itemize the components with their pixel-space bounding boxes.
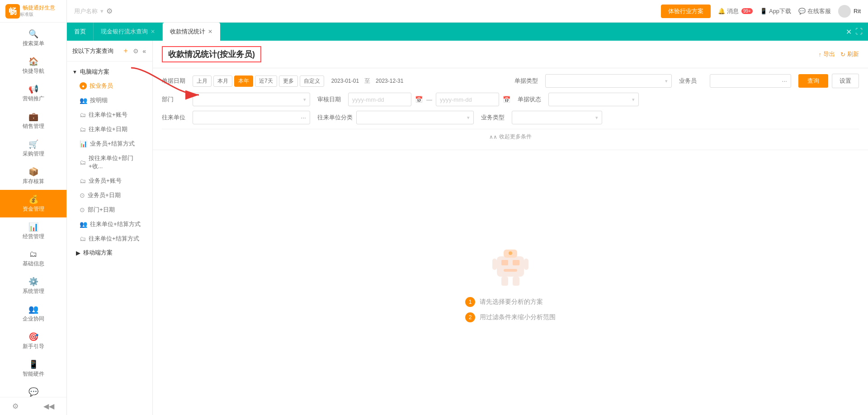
- page-header-actions: ↑ 导出 ↻ 刷新: [819, 50, 859, 58]
- sidebar-item-label-finance: 资金管理: [23, 205, 44, 213]
- preset-more[interactable]: 更多: [279, 75, 298, 87]
- tab-home[interactable]: 首页: [67, 23, 94, 41]
- topbar-breadcrumb: 用户名称: [74, 7, 98, 15]
- mobile-group-header[interactable]: ▶ 移动端方案: [67, 246, 152, 259]
- calendar-icon-start[interactable]: 📅: [415, 96, 423, 103]
- solution-item-dept-date[interactable]: ⊙ 部门+日期: [67, 203, 152, 217]
- sidebar-item-marketing[interactable]: 📢 营销推广: [0, 80, 66, 107]
- partner-filter: 往来单位 ···: [162, 111, 310, 124]
- sidebar-item-sales[interactable]: 💼 销售管理: [0, 107, 66, 135]
- query-button[interactable]: 查询: [798, 74, 828, 88]
- refresh-button[interactable]: ↻ 刷新: [840, 50, 859, 58]
- trial-button[interactable]: 体验行业方案: [661, 5, 711, 18]
- partner-category-select[interactable]: ▾: [356, 111, 474, 124]
- partner-date-label: 往来单位+日期: [89, 125, 127, 133]
- messages-button[interactable]: 🔔 消息 99+: [718, 7, 753, 15]
- tab-receipt-stats-label: 收款情况统计: [170, 28, 205, 36]
- calendar-icon-end[interactable]: 📅: [503, 96, 510, 103]
- settings-bottom-icon[interactable]: ⚙: [12, 402, 19, 410]
- doc-type-label: 单据类型: [514, 77, 542, 85]
- partner-dept-label: 按往来单位+部门+收...: [89, 154, 147, 170]
- online-service-button[interactable]: 💬 在线客服: [798, 7, 831, 15]
- manage-solution-button[interactable]: ⚙: [132, 47, 140, 56]
- setting-button[interactable]: 设置: [832, 74, 859, 88]
- sidebar-item-finance[interactable]: 💰 资金管理: [0, 190, 66, 217]
- tab-close-all-icon[interactable]: ✕: [846, 28, 852, 36]
- tab-bank-flow-close[interactable]: ✕: [151, 28, 155, 35]
- partner-dept-icon: 🗂: [80, 159, 86, 166]
- solution-item-by-detail[interactable]: 👥 按明细: [67, 93, 152, 108]
- review-date-start[interactable]: yyyy-mm-dd: [348, 93, 411, 106]
- preset-7days[interactable]: 近7天: [255, 75, 277, 87]
- sidebar-item-guide[interactable]: 🎯 新手引导: [0, 327, 66, 355]
- sidebar-item-purchase[interactable]: 🛒 采购管理: [0, 135, 66, 162]
- solution-item-partner-date[interactable]: 🗂 往来单位+日期: [67, 122, 152, 137]
- empty-step-1: 1 请先选择要分析的方案: [465, 297, 556, 307]
- filter-row-2: 部门 ▾ 审核日期 yyyy-mm-dd 📅 —: [162, 93, 859, 106]
- salesperson-select[interactable]: ···: [710, 74, 791, 88]
- solution-item-partner-settle2[interactable]: 👥 往来单位+结算方式: [67, 217, 152, 231]
- solution-item-partner-account[interactable]: 🗂 往来单位+账号: [67, 108, 152, 122]
- tab-bank-flow[interactable]: 现金银行流水查询 ✕: [94, 23, 163, 41]
- step-2-text: 用过滤条件来缩小分析范围: [480, 313, 556, 321]
- sidebar-item-basic-info[interactable]: 🗂 基础信息: [0, 245, 66, 272]
- salesperson-account-icon: 🗂: [80, 177, 86, 184]
- add-solution-button[interactable]: ＋: [121, 45, 130, 57]
- collapse-sidebar-icon[interactable]: ◀◀: [43, 402, 54, 410]
- pc-solution-group: ▼ 电脑端方案 ● 按业务员 👥 按明细 🗂 往来单位+账号: [67, 65, 152, 246]
- solution-item-salesperson-settle[interactable]: 📊 业务员+结算方式: [67, 137, 152, 151]
- date-filter-item: 单据日期 上月 本月 本年 近7天 更多 自定义: [162, 75, 324, 87]
- collapse-panel-button[interactable]: «: [142, 47, 147, 56]
- business-type-select[interactable]: ▾: [512, 111, 602, 124]
- detail-solution-icon: 👥: [80, 97, 87, 104]
- left-panel-content: ▼ 电脑端方案 ● 按业务员 👥 按明细 🗂 往来单位+账号: [67, 61, 152, 415]
- doc-type-select[interactable]: ▾: [545, 74, 672, 88]
- sidebar-item-operation[interactable]: 📊 经营管理: [0, 217, 66, 245]
- tab-receipt-stats-close[interactable]: ✕: [208, 28, 212, 35]
- preset-this-month[interactable]: 本月: [213, 75, 232, 87]
- sidebar-item-quick-nav[interactable]: 🏠 快捷导航: [0, 52, 66, 80]
- sidebar-item-label-sales: 销售管理: [23, 123, 44, 130]
- logo-app-name: 畅捷通好生意: [23, 5, 55, 11]
- solution-item-by-salesperson[interactable]: ● 按业务员: [67, 79, 152, 93]
- sidebar-item-smart-hw[interactable]: 📱 智能硬件: [0, 355, 66, 382]
- tab-receipt-stats[interactable]: 收款情况统计 ✕: [163, 23, 220, 41]
- wechat-icon: 💬: [28, 387, 38, 397]
- sidebar-item-search-menu[interactable]: 🔍 搜索菜单: [0, 24, 66, 52]
- sidebar-item-system[interactable]: ⚙️ 系统管理: [0, 272, 66, 300]
- doc-status-select[interactable]: ▾: [548, 93, 639, 106]
- app-download-label: App下载: [769, 7, 791, 15]
- sidebar-item-inventory[interactable]: 📦 库存核算: [0, 162, 66, 190]
- app-download-button[interactable]: 📱 App下载: [760, 7, 791, 15]
- logo-area: 畅 畅捷通好生意 标准版: [0, 0, 66, 23]
- business-type-chevron: ▾: [595, 115, 598, 121]
- logo-text-block: 畅捷通好生意 标准版: [20, 5, 55, 17]
- date-range-end-text: 2023-12-31: [376, 78, 403, 84]
- partner-more-icon[interactable]: ···: [301, 114, 306, 121]
- salesperson-more-icon[interactable]: ···: [782, 77, 787, 85]
- user-profile[interactable]: Rit: [838, 5, 861, 18]
- preset-this-year[interactable]: 本年: [234, 75, 253, 87]
- solution-item-salesperson-account[interactable]: 🗂 业务员+账号: [67, 174, 152, 188]
- export-button[interactable]: ↑ 导出: [819, 50, 835, 58]
- user-avatar: [838, 5, 851, 18]
- sidebar-item-enterprise[interactable]: 👥 企业协同: [0, 300, 66, 327]
- dept-select[interactable]: ▾: [193, 93, 310, 106]
- preset-custom[interactable]: 自定义: [300, 75, 324, 87]
- left-panel-actions: ＋ ⚙ «: [121, 45, 147, 57]
- solution-item-salesperson-date[interactable]: ⊙ 业务员+日期: [67, 188, 152, 203]
- salesperson-settle-icon: 📊: [80, 140, 87, 147]
- topbar-gear-icon[interactable]: ⚙: [106, 7, 113, 15]
- sidebar-bottom: ⚙ ◀◀: [0, 397, 66, 415]
- review-date-end[interactable]: yyyy-mm-dd: [436, 93, 499, 106]
- sidebar-item-wechat[interactable]: 💬 企业微信: [0, 382, 66, 397]
- system-icon: ⚙️: [28, 277, 38, 287]
- refresh-label: 刷新: [847, 50, 859, 58]
- tab-maximize-icon[interactable]: ⛶: [855, 28, 863, 36]
- collapse-filter-bar[interactable]: ∧∧ 收起更多条件: [162, 129, 859, 144]
- preset-last-month[interactable]: 上月: [193, 75, 212, 87]
- solution-item-partner-settle3[interactable]: 🗂 往来单位+结算方式: [67, 231, 152, 246]
- solution-item-partner-dept[interactable]: 🗂 按往来单位+部门+收...: [67, 151, 152, 174]
- pc-group-header[interactable]: ▼ 电脑端方案: [67, 65, 152, 79]
- partner-select[interactable]: ···: [193, 111, 310, 124]
